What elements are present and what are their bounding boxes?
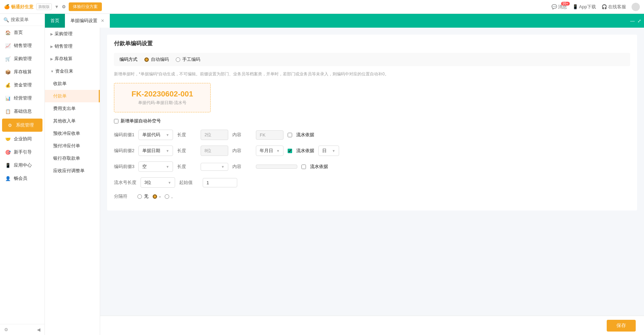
tab-close-icon[interactable]: ✕ xyxy=(101,18,104,23)
message-button[interactable]: 💬 消息 99+ xyxy=(551,4,567,10)
sidebar-item-inventory[interactable]: 📦 库存核算 xyxy=(0,65,45,78)
tab-minimize-icon[interactable]: — xyxy=(630,18,635,24)
sidebar-item-sales[interactable]: 📈 销售管理 xyxy=(0,39,45,52)
chevron-down-icon: ▼ xyxy=(168,181,171,185)
auto-encode-option[interactable]: 自动编码 xyxy=(144,56,169,63)
tab-bar-right: — ⤢ xyxy=(630,18,644,24)
tab-maximize-icon[interactable]: ⤢ xyxy=(637,18,641,24)
prefix2-content-select[interactable]: 年月日 ▼ xyxy=(256,146,283,156)
sidebar-item-operations[interactable]: 📊 经营管理 xyxy=(0,92,45,105)
serial-length-select[interactable]: 3位 ▼ xyxy=(141,177,175,188)
sub-sidebar-group-inventory[interactable]: ▶ 库存核算 xyxy=(45,53,100,65)
prefix-row-3: 编码前缀3 空 ▼ 长度 ▼ 内容 流水依据 xyxy=(114,161,630,172)
manual-encode-option[interactable]: 手工编码 xyxy=(176,56,200,63)
auto-encode-label: 自动编码 xyxy=(151,56,169,63)
sub-sidebar-group-sales[interactable]: ▶ 销售管理 xyxy=(45,40,100,53)
sidebar-item-basic[interactable]: 📋 基础信息 xyxy=(0,105,45,118)
separator-none-option[interactable]: 无 xyxy=(137,193,148,199)
sub-sidebar-item-label: 银行存取款单 xyxy=(53,155,80,161)
prefix3-length-label: 长度 xyxy=(177,164,196,170)
tab-home[interactable]: 首页 xyxy=(45,14,65,28)
sidebar-item-enterprise[interactable]: 🤝 企业协同 xyxy=(0,132,45,146)
separator-dash-radio[interactable] xyxy=(153,194,157,199)
prefix2-select[interactable]: 单据日期 ▼ xyxy=(138,146,173,156)
settings-icon[interactable]: ⚙ xyxy=(62,4,66,9)
finance-icon: 💰 xyxy=(5,82,11,88)
section-box: 付款单编码设置 编码方式 自动编码 手工编码 xyxy=(107,35,637,211)
dropdown-icon[interactable]: ▼ xyxy=(55,4,59,9)
avatar[interactable] xyxy=(632,3,640,11)
chevron-down-icon: ▼ xyxy=(276,149,280,153)
arrow-right-icon: ▶ xyxy=(50,32,53,36)
sidebar-item-purchase[interactable]: 🛒 采购管理 xyxy=(0,52,45,65)
save-button[interactable]: 保存 xyxy=(607,320,636,332)
separator-none-radio[interactable] xyxy=(137,194,142,199)
separator-dash-option[interactable]: - xyxy=(153,194,161,199)
auto-fill-label: 新增单据自动补空号 xyxy=(121,118,161,124)
content-with-sub: ▶ 采购管理 ▶ 销售管理 ▶ 库存核算 ▼ 资金往来 收款单 xyxy=(45,28,644,335)
sub-sidebar-item-label: 付款单 xyxy=(53,93,67,99)
page-title: 付款单编码设置 xyxy=(114,40,630,47)
separator-dot-option[interactable]: . xyxy=(165,194,173,199)
prefix3-content-label: 内容 xyxy=(232,164,252,170)
prefix3-serial-label: 流水依据 xyxy=(310,164,328,170)
preview-desc: 单据代码-单据日期-流水号 xyxy=(123,100,202,106)
auto-encode-radio[interactable] xyxy=(144,57,149,62)
nav-settings-icon[interactable]: ⚙ xyxy=(4,327,8,332)
auto-fill-checkbox[interactable] xyxy=(114,119,118,123)
encoding-method-label: 编码方式 xyxy=(119,56,137,63)
sidebar-item-apps[interactable]: 📱 应用中心 xyxy=(0,159,45,172)
trial-button[interactable]: 体验行业方案 xyxy=(69,2,102,11)
sub-sidebar-item-label: 费用支出单 xyxy=(53,105,76,112)
sidebar-item-member[interactable]: 👤 畅会员 xyxy=(0,172,45,185)
tab-encoding[interactable]: 单据编码设置 ✕ xyxy=(65,14,110,28)
separator-none-label: 无 xyxy=(144,193,148,199)
app-download-button[interactable]: 📱 App下载 xyxy=(573,4,596,10)
separator-row: 分隔符 无 - . xyxy=(114,193,630,199)
sub-sidebar-item-other-income[interactable]: 其他收入单 xyxy=(45,115,100,127)
sub-sidebar-item-receipt[interactable]: 收款单 xyxy=(45,77,100,90)
sidebar-item-guide[interactable]: 🎯 新手引导 xyxy=(0,146,45,159)
sub-sidebar-group-label: 资金往来 xyxy=(55,68,73,74)
sub-sidebar-item-payment[interactable]: 付款单 xyxy=(45,90,100,102)
start-value-input[interactable] xyxy=(203,178,237,187)
prefix3-length-select[interactable]: ▼ xyxy=(201,163,228,171)
prefix3-label: 编码前缀3 xyxy=(114,164,134,170)
prefix3-select[interactable]: 空 ▼ xyxy=(138,161,173,172)
prefix-row-2: 编码前缀2 单据日期 ▼ 长度 8位 内容 年月日 ▼ 流水依 xyxy=(114,146,630,156)
nav-collapse-icon[interactable]: ◀ xyxy=(37,327,40,332)
brand-logo: 🍊 畅通好生意 xyxy=(4,4,33,10)
prefix3-serial-checkbox[interactable] xyxy=(301,165,306,169)
sub-sidebar-group-finance[interactable]: ▼ 资金往来 xyxy=(45,65,100,77)
separator-dot-label: . xyxy=(171,194,173,199)
sub-sidebar-item-expense[interactable]: 费用支出单 xyxy=(45,102,100,115)
inventory-icon: 📦 xyxy=(5,69,11,75)
prefix1-length-label: 长度 xyxy=(177,132,196,138)
sub-sidebar-item-label: 应收应付调整单 xyxy=(53,168,85,174)
sales-icon: 📈 xyxy=(5,43,11,49)
sidebar-item-label: 销售管理 xyxy=(14,43,32,49)
prefix1-serial-checkbox[interactable] xyxy=(288,133,292,137)
chevron-down-icon: ▼ xyxy=(166,149,169,153)
sub-sidebar-item-adjustment[interactable]: 应收应付调整单 xyxy=(45,165,100,177)
prefix2-serial-checkbox[interactable] xyxy=(288,149,292,153)
prefix1-select[interactable]: 单据代码 ▼ xyxy=(138,130,173,140)
sidebar-item-label: 首页 xyxy=(14,29,23,36)
separator-dot-radio[interactable] xyxy=(165,194,169,199)
sidebar-item-label: 系统管理 xyxy=(16,122,34,128)
sub-sidebar-item-bank[interactable]: 银行存取款单 xyxy=(45,152,100,165)
sub-sidebar-item-prepay-payable[interactable]: 预付冲应付单 xyxy=(45,140,100,152)
chevron-down-icon: ▼ xyxy=(166,165,169,169)
sidebar-item-home[interactable]: 🏠 首页 xyxy=(0,26,45,39)
encoding-method-row: 编码方式 自动编码 手工编码 xyxy=(114,53,630,66)
sub-sidebar-item-prepay-receivable[interactable]: 预收冲应收单 xyxy=(45,127,100,140)
prefix2-period-select[interactable]: 日 ▼ xyxy=(318,146,339,156)
sidebar-item-finance[interactable]: 💰 资金管理 xyxy=(0,78,45,92)
online-service-button[interactable]: 🎧 在线客服 xyxy=(602,4,626,10)
manual-encode-radio[interactable] xyxy=(176,57,180,62)
top-bar-left: 🍊 畅通好生意 旗舰版 ▼ ⚙ 体验行业方案 xyxy=(4,2,102,11)
sub-sidebar-group-purchase[interactable]: ▶ 采购管理 xyxy=(45,28,100,40)
sidebar-item-system[interactable]: ⚙ 系统管理 xyxy=(2,119,42,132)
tab-home-label: 首页 xyxy=(50,18,59,24)
nav-search[interactable]: 🔍 搜索菜单 xyxy=(0,14,45,26)
